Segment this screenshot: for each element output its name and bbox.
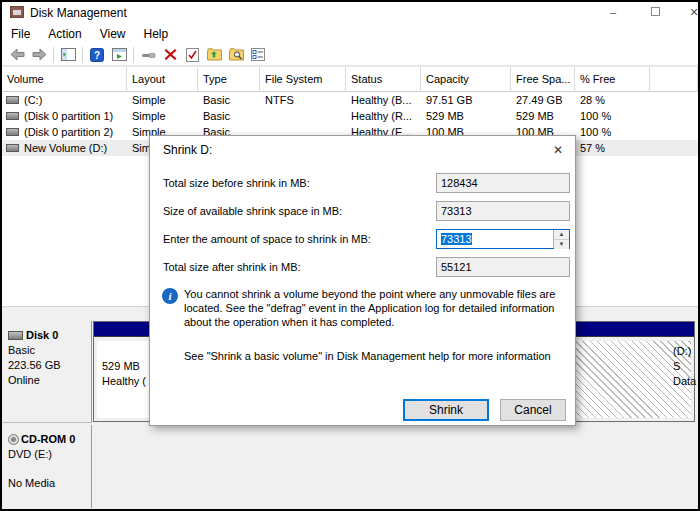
menu-file[interactable]: File	[2, 24, 39, 44]
column-header-layout[interactable]: Layout	[127, 67, 198, 91]
column-header-blank	[650, 67, 698, 91]
cell-type: Basic	[198, 110, 260, 122]
cell-file-system: NTFS	[260, 94, 346, 106]
menu-bar: File Action View Help	[2, 24, 698, 44]
cell-type: Basic	[198, 94, 260, 106]
column-header-free-space[interactable]: Free Spa...	[511, 67, 575, 91]
volume-icon	[6, 144, 19, 152]
maximize-icon	[651, 7, 660, 16]
volume-icon	[6, 96, 19, 104]
cdrom0-name: CD-ROM 0	[21, 433, 75, 445]
title-bar: Disk Management – ✕	[2, 2, 698, 24]
label-total-before: Total size before shrink in MB:	[163, 177, 310, 189]
cell-pct-free: 28 %	[575, 94, 650, 106]
help-icon[interactable]: ?	[86, 46, 108, 64]
spinner-up-icon[interactable]: ▲	[554, 230, 569, 240]
disk0-status: Online	[8, 374, 91, 386]
column-header-file-system[interactable]: File System	[260, 67, 346, 91]
label-shrink-amount: Enter the amount of space to shrink in M…	[163, 233, 371, 245]
info-text: You cannot shrink a volume beyond the po…	[184, 287, 570, 329]
dialog-close-icon[interactable]: ✕	[549, 141, 567, 159]
table-row-partition1[interactable]: (Disk 0 partition 1) Simple Basic Health…	[2, 108, 698, 124]
cdrom0-info-box[interactable]: CD-ROM 0 DVD (E:) No Media	[2, 425, 92, 508]
tool-icon[interactable]	[137, 46, 159, 64]
disk0-info-box[interactable]: Disk 0 Basic 223.56 GB Online	[2, 321, 92, 423]
column-header-status[interactable]: Status	[346, 67, 421, 91]
back-icon[interactable]	[6, 46, 28, 64]
cdrom0-row: CD-ROM 0 DVD (E:) No Media	[2, 425, 698, 508]
disk0-name: Disk 0	[26, 329, 58, 341]
cdrom0-status: No Media	[8, 477, 91, 489]
cell-status: Healthy (B...	[346, 94, 421, 106]
cdrom0-graph	[93, 425, 695, 507]
volume-icon	[6, 128, 19, 136]
help-text: See "Shrink a basic volume" in Disk Mana…	[184, 350, 570, 362]
maximize-button[interactable]	[640, 2, 670, 22]
label-available-space: Size of available shrink space in MB:	[163, 205, 342, 217]
toolbar: ?	[2, 44, 698, 66]
info-icon: i	[162, 288, 178, 304]
partition-fs-fragment: S	[673, 359, 700, 374]
cell-capacity: 97.51 GB	[421, 94, 511, 106]
properties-icon[interactable]	[247, 46, 269, 64]
menu-action[interactable]: Action	[39, 24, 90, 44]
cell-layout: Simple	[127, 110, 198, 122]
cdrom0-drive-letter: DVD (E:)	[8, 448, 91, 460]
column-header-pct-free[interactable]: % Free	[575, 67, 650, 91]
minimize-button[interactable]: –	[598, 2, 628, 22]
svg-text:?: ?	[94, 50, 100, 61]
console-tree-icon[interactable]	[57, 46, 79, 64]
shrink-button[interactable]: Shrink	[403, 399, 489, 421]
cd-rom-icon	[8, 434, 19, 445]
volume-name: (Disk 0 partition 2)	[24, 126, 113, 138]
dialog-title: Shrink D:	[163, 143, 212, 157]
cell-status: Healthy (R...	[346, 110, 421, 122]
partition-size-label: 529 MB	[102, 359, 146, 374]
column-header-type[interactable]: Type	[198, 67, 260, 91]
field-available-space: 73313	[436, 201, 570, 221]
spinner: ▲ ▼	[553, 230, 569, 248]
folder-search-icon[interactable]	[225, 46, 247, 64]
cell-pct-free: 100 %	[575, 110, 650, 122]
toolbar-separator	[82, 47, 83, 63]
disk-management-window: Disk Management – ✕ File Action View Hel…	[0, 0, 700, 511]
cell-free-space: 27.49 GB	[511, 94, 575, 106]
shrink-dialog: Shrink D: ✕ Total size before shrink in …	[149, 135, 576, 426]
selected-text: 73313	[441, 233, 472, 245]
close-button[interactable]: ✕	[686, 2, 700, 22]
cell-pct-free: 100 %	[575, 126, 650, 138]
partition-status-label: Healthy (	[102, 374, 146, 389]
volume-name: New Volume (D:)	[24, 142, 107, 154]
cell-capacity: 529 MB	[421, 110, 511, 122]
disk-icon	[8, 331, 23, 340]
column-header-capacity[interactable]: Capacity	[421, 67, 511, 91]
delete-volume-icon[interactable]	[159, 46, 181, 64]
toolbar-separator	[133, 47, 134, 63]
window-title: Disk Management	[30, 6, 127, 20]
menu-help[interactable]: Help	[135, 24, 178, 44]
column-header-volume[interactable]: Volume	[2, 67, 127, 91]
partition-status-fragment: Data Partition)	[673, 374, 700, 389]
volume-name: (Disk 0 partition 1)	[24, 110, 113, 122]
disk0-size: 223.56 GB	[8, 359, 91, 371]
cancel-button[interactable]: Cancel	[500, 399, 566, 421]
label-total-after: Total size after shrink in MB:	[163, 261, 301, 273]
field-total-after: 55121	[436, 257, 570, 277]
disk0-type: Basic	[8, 344, 91, 356]
field-shrink-amount[interactable]: 73313 ▲ ▼	[436, 229, 570, 249]
app-icon	[10, 6, 24, 18]
volume-icon	[6, 112, 19, 120]
cell-free-space: 529 MB	[511, 110, 575, 122]
show-action-pane-icon[interactable]	[108, 46, 130, 64]
partition-name-fragment: (D:)	[673, 344, 700, 359]
toolbar-separator	[53, 47, 54, 63]
menu-view[interactable]: View	[91, 24, 135, 44]
folder-up-icon[interactable]	[203, 46, 225, 64]
cell-pct-free: 57 %	[575, 142, 650, 154]
check-document-icon[interactable]	[181, 46, 203, 64]
cell-layout: Simple	[127, 94, 198, 106]
table-row-c[interactable]: (C:) Simple Basic NTFS Healthy (B... 97.…	[2, 92, 698, 108]
field-total-before: 128434	[436, 173, 570, 193]
spinner-down-icon[interactable]: ▼	[554, 240, 569, 249]
forward-icon[interactable]	[28, 46, 50, 64]
